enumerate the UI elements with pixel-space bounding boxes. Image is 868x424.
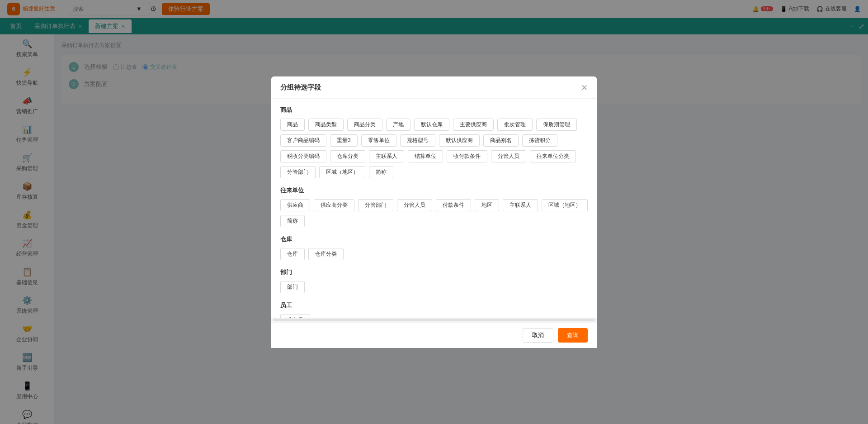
modal-overlay: 分组待选字段 ✕ 商品商品商品类型商品分类产地默认仓库主要供应商批次管理保质期管…: [0, 0, 868, 111]
modal-header: 分组待选字段 ✕: [271, 76, 597, 99]
modal-title: 分组待选字段: [280, 83, 321, 92]
field-section-0: 商品商品商品类型商品分类产地默认仓库主要供应商批次管理保质期管理客户商品编码重量…: [280, 106, 588, 111]
modal-body[interactable]: 商品商品商品类型商品分类产地默认仓库主要供应商批次管理保质期管理客户商品编码重量…: [271, 99, 597, 111]
section-title-0: 商品: [280, 106, 588, 111]
field-select-modal: 分组待选字段 ✕ 商品商品商品类型商品分类产地默认仓库主要供应商批次管理保质期管…: [271, 76, 597, 111]
modal-close-button[interactable]: ✕: [581, 83, 588, 93]
